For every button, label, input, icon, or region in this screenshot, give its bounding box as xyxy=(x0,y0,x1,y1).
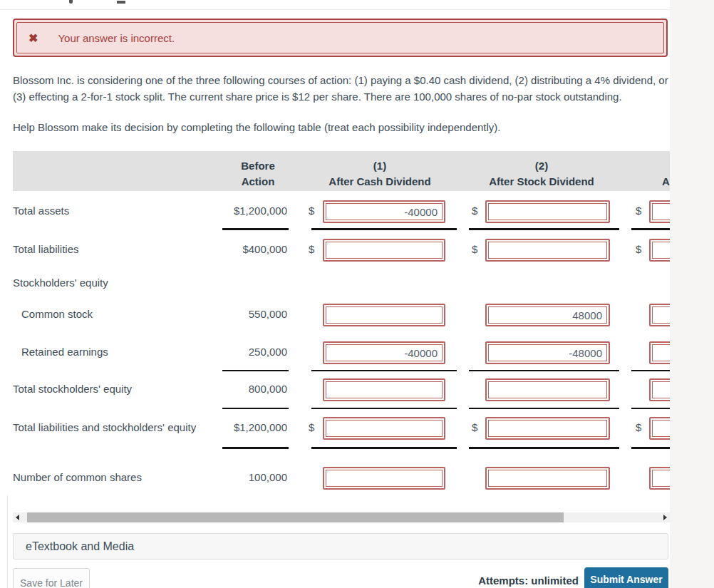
answer-input-after-stock-split-total-stockholders-equity[interactable] xyxy=(652,381,670,398)
column-header-before-action: Before Action xyxy=(222,158,294,190)
row-label-total-liabilities-and-stockholders-equity: Total liabilities and stockholders' equi… xyxy=(13,421,196,433)
attempts-label: Attempts: unlimited xyxy=(428,574,579,587)
header-line: (1) xyxy=(309,158,451,174)
answer-box-after-stock-split-total-stockholders-equity xyxy=(649,378,670,401)
answer-box-after-stock-split-retained-earnings xyxy=(649,341,670,364)
answer-box-after-cash-dividend-common-stock xyxy=(323,304,445,326)
row-label-total-liabilities: Total liabilities xyxy=(13,243,79,255)
total-underline xyxy=(631,408,670,409)
before-action-value-retained-earnings: 250,000 xyxy=(178,346,287,358)
total-underline xyxy=(469,228,619,230)
before-action-value-total-liabilities: $400,000 xyxy=(178,243,287,255)
answer-input-after-stock-dividend-total-stockholders-equity[interactable] xyxy=(488,381,607,398)
left-edge-line xyxy=(7,495,8,588)
total-underline xyxy=(222,408,289,409)
header-line: Before xyxy=(222,158,294,174)
question-page: ✖ Your answer is incorrect. Blossom Inc.… xyxy=(0,0,714,588)
column-header-after-cash-dividend: (1) After Cash Dividend xyxy=(309,158,451,190)
answer-input-after-stock-dividend-number-of-common-shares[interactable] xyxy=(488,470,607,487)
total-underline xyxy=(469,447,619,449)
total-underline xyxy=(631,370,670,371)
dollar-sign-after-cash-dividend-total-assets: $ xyxy=(309,205,314,217)
answer-box-after-stock-split-total-liabilities-and-stockholders-equity xyxy=(649,417,670,440)
answer-input-after-stock-split-total-liabilities[interactable] xyxy=(652,242,670,259)
total-underline xyxy=(311,447,457,449)
answer-input-after-stock-dividend-total-liabilities[interactable] xyxy=(488,242,607,259)
header-line: After Stock Dividend xyxy=(470,174,613,190)
total-underline xyxy=(311,228,457,230)
answer-input-after-stock-split-retained-earnings[interactable] xyxy=(652,344,670,361)
answer-table: Before Action (1) After Cash Dividend (2… xyxy=(0,0,670,588)
answer-box-after-stock-dividend-total-stockholders-equity xyxy=(485,378,610,401)
total-underline xyxy=(311,408,457,409)
answer-box-after-stock-split-total-assets xyxy=(649,200,670,223)
answer-input-after-stock-split-common-stock[interactable] xyxy=(652,306,670,324)
etextbook-and-media-section[interactable]: eTextbook and Media xyxy=(13,533,668,559)
row-label-number-of-common-shares: Number of common shares xyxy=(13,471,142,483)
scroll-left-icon xyxy=(16,515,19,520)
dollar-sign-after-cash-dividend-total-liabilities: $ xyxy=(309,243,314,255)
row-label-total-stockholders-equity: Total stockholders' equity xyxy=(13,383,132,395)
before-action-value-total-stockholders-equity: 800,000 xyxy=(178,383,287,395)
answer-input-after-cash-dividend-total-stockholders-equity[interactable] xyxy=(326,381,443,398)
header-line: After Cash Dividend xyxy=(309,174,451,190)
dollar-sign-after-cash-dividend-total-liabilities-and-stockholders-equity: $ xyxy=(309,421,314,433)
dollar-sign-after-stock-dividend-total-assets: $ xyxy=(472,205,477,217)
answer-box-after-stock-split-common-stock xyxy=(649,304,670,326)
horizontal-scrollbar[interactable] xyxy=(13,512,670,522)
answer-box-after-stock-dividend-number-of-common-shares xyxy=(485,467,610,490)
total-underline xyxy=(631,228,670,230)
scroll-right-button[interactable] xyxy=(658,512,670,522)
total-underline xyxy=(222,370,289,371)
right-margin-strip xyxy=(670,0,714,588)
save-for-later-button[interactable]: Save for Later xyxy=(13,568,90,588)
total-underline xyxy=(469,408,619,409)
header-line: (2) xyxy=(470,158,613,174)
total-underline xyxy=(222,228,289,230)
answer-box-after-cash-dividend-total-liabilities-and-stockholders-equity xyxy=(323,417,445,440)
answer-box-after-cash-dividend-total-liabilities xyxy=(323,239,445,262)
answer-input-after-cash-dividend-total-liabilities[interactable] xyxy=(326,242,443,259)
scrollbar-thumb[interactable] xyxy=(27,512,564,522)
answer-input-after-cash-dividend-total-assets[interactable] xyxy=(326,203,443,220)
dollar-sign-after-stock-dividend-total-liabilities-and-stockholders-equity: $ xyxy=(472,421,477,433)
answer-box-after-stock-dividend-retained-earnings xyxy=(485,341,610,364)
answer-box-after-stock-split-total-liabilities xyxy=(649,239,670,262)
answer-input-after-stock-split-number-of-common-shares[interactable] xyxy=(652,470,670,487)
answer-input-after-stock-dividend-retained-earnings[interactable] xyxy=(488,344,607,361)
answer-box-after-stock-dividend-total-assets xyxy=(485,200,610,223)
answer-box-after-stock-dividend-total-liabilities-and-stockholders-equity xyxy=(485,417,610,440)
answer-input-after-cash-dividend-number-of-common-shares[interactable] xyxy=(326,470,443,487)
total-underline xyxy=(311,370,457,371)
answer-input-after-stock-dividend-total-assets[interactable] xyxy=(488,203,607,220)
column-header-after-stock-dividend: (2) After Stock Dividend xyxy=(470,158,613,190)
total-underline xyxy=(222,447,289,449)
dollar-sign-after-stock-dividend-total-liabilities: $ xyxy=(472,243,477,255)
scroll-right-icon xyxy=(663,515,667,520)
answer-input-after-cash-dividend-retained-earnings[interactable] xyxy=(326,344,443,361)
answer-input-after-stock-dividend-common-stock[interactable] xyxy=(488,306,607,324)
answer-box-after-cash-dividend-number-of-common-shares xyxy=(323,467,445,490)
answer-input-after-stock-split-total-liabilities-and-stockholders-equity[interactable] xyxy=(652,420,670,437)
column-header-clipped: A xyxy=(662,174,670,190)
dollar-sign-after-stock-split-total-liabilities: $ xyxy=(636,243,641,255)
answer-box-after-stock-split-number-of-common-shares xyxy=(649,467,670,490)
dollar-sign-after-stock-split-total-liabilities-and-stockholders-equity: $ xyxy=(636,421,641,433)
answer-input-after-stock-dividend-total-liabilities-and-stockholders-equity[interactable] xyxy=(488,420,607,437)
dollar-sign-after-stock-split-total-assets: $ xyxy=(636,205,641,217)
before-action-value-total-liabilities-and-stockholders-equity: $1,200,000 xyxy=(178,421,287,433)
answer-box-after-stock-dividend-common-stock xyxy=(485,304,610,326)
answer-input-after-stock-split-total-assets[interactable] xyxy=(652,203,670,220)
total-underline xyxy=(469,370,619,371)
before-action-value-common-stock: 550,000 xyxy=(178,308,287,320)
answer-input-after-cash-dividend-total-liabilities-and-stockholders-equity[interactable] xyxy=(326,420,443,437)
row-label-total-assets: Total assets xyxy=(13,205,69,217)
scroll-left-button[interactable] xyxy=(13,512,24,522)
total-underline xyxy=(631,447,670,449)
answer-box-after-cash-dividend-total-assets xyxy=(323,200,445,223)
submit-answer-button[interactable]: Submit Answer xyxy=(584,567,668,588)
answer-input-after-cash-dividend-common-stock[interactable] xyxy=(326,306,443,324)
row-label-retained-earnings: Retained earnings xyxy=(21,346,108,358)
before-action-value-total-assets: $1,200,000 xyxy=(178,205,287,217)
row-label-common-stock: Common stock xyxy=(21,308,93,320)
